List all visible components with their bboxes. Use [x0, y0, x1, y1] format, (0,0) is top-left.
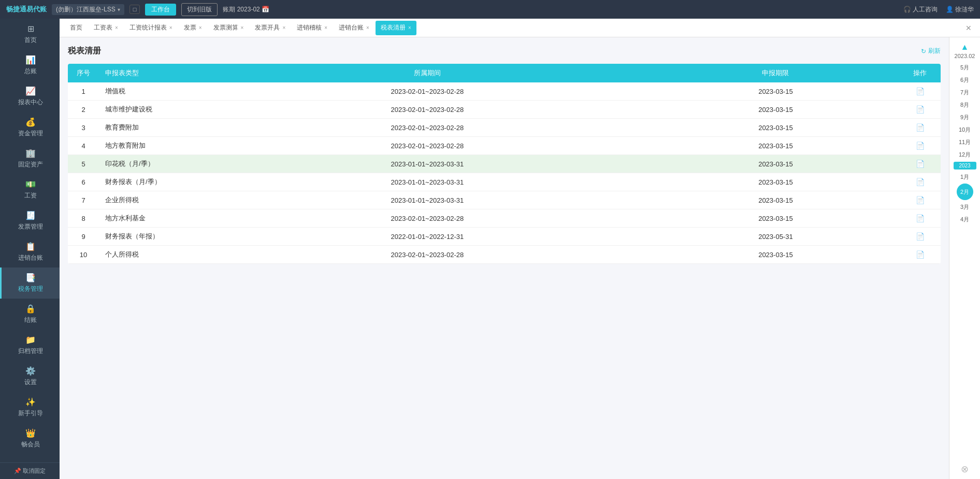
cell-period: 2023-02-01~2023-02-28: [203, 246, 652, 264]
action-icon[interactable]: 📄: [916, 178, 925, 186]
action-icon[interactable]: 📄: [916, 123, 925, 132]
action-icon[interactable]: 📄: [916, 87, 925, 95]
action-icon[interactable]: 📄: [916, 250, 925, 259]
sidebar-item-reconcile[interactable]: 📋 进销台账: [0, 236, 60, 267]
action-icon[interactable]: 📄: [916, 160, 925, 168]
month-10[interactable]: 10月: [954, 124, 976, 135]
cell-period: 2023-02-01~2023-02-28: [203, 82, 652, 101]
action-icon[interactable]: 📄: [916, 214, 925, 222]
home-icon: ⊞: [27, 24, 34, 34]
month-2-active[interactable]: 2月: [957, 184, 973, 200]
cell-deadline: 2023-05-31: [652, 228, 899, 246]
cell-deadline: 2023-03-15: [652, 119, 899, 137]
workspace-button[interactable]: 工作台: [145, 4, 176, 16]
tab-tax-register[interactable]: 税表清册 ×: [376, 21, 416, 35]
tab-bar-close-button[interactable]: ✕: [962, 23, 975, 33]
cell-action[interactable]: 📄: [899, 228, 941, 246]
action-icon[interactable]: 📄: [916, 232, 925, 241]
sidebar-item-close-accounts[interactable]: 🔒 结账: [0, 299, 60, 330]
month-6[interactable]: 6月: [954, 74, 976, 86]
tab-purchase-check[interactable]: 进销稽核 ×: [292, 21, 333, 35]
table-row: 8 地方水利基金 2023-02-01~2023-02-28 2023-03-1…: [68, 209, 941, 228]
tab-invoice[interactable]: 发票 ×: [179, 21, 207, 35]
month-7[interactable]: 7月: [954, 87, 976, 98]
sidebar-item-member[interactable]: 👑 畅会员: [0, 423, 60, 454]
month-9[interactable]: 9月: [954, 111, 976, 123]
sidebar-item-settings[interactable]: ⚙️ 设置: [0, 361, 60, 392]
refresh-button[interactable]: ↻ 刷新: [921, 47, 941, 55]
panel-up-arrow[interactable]: ▲: [961, 43, 969, 52]
panel-collapse-button[interactable]: ⊗: [961, 463, 969, 475]
action-icon[interactable]: 📄: [916, 196, 925, 204]
cell-period: 2023-02-01~2023-02-28: [203, 137, 652, 155]
tab-close-icon[interactable]: ×: [199, 25, 202, 31]
sidebar-item-report[interactable]: 📈 报表中心: [0, 81, 60, 112]
tab-invoice-calc[interactable]: 发票测算 ×: [208, 21, 249, 35]
sidebar-item-label: 结账: [24, 316, 37, 325]
page-title: 税表清册: [68, 46, 101, 57]
tab-close-icon[interactable]: ×: [366, 25, 369, 31]
action-icon[interactable]: 📄: [916, 105, 925, 114]
copy-button[interactable]: □: [129, 5, 140, 14]
page-content: 税表清册 ↻ 刷新 序号 申报表类型 所属期间 申报期限 操作: [60, 37, 949, 479]
sidebar-item-archive[interactable]: 📁 归档管理: [0, 330, 60, 361]
month-3[interactable]: 3月: [954, 201, 976, 213]
month-11[interactable]: 11月: [954, 136, 976, 148]
sidebar-pin-toggle[interactable]: 📌 取消固定: [0, 462, 60, 479]
sidebar-item-guide[interactable]: ✨ 新手引导: [0, 392, 60, 423]
cell-deadline: 2023-03-15: [652, 155, 899, 173]
month-12[interactable]: 12月: [954, 149, 976, 160]
tab-close-icon[interactable]: ×: [115, 25, 118, 31]
sidebar: ⊞ 首页 📊 总账 📈 报表中心 💰 资金管理 🏢 固定资产 💵 工资 🧾 发票…: [0, 19, 60, 479]
cell-action[interactable]: 📄: [899, 246, 941, 264]
cell-action[interactable]: 📄: [899, 119, 941, 137]
cell-action[interactable]: 📄: [899, 155, 941, 173]
tab-close-icon[interactable]: ×: [408, 25, 411, 31]
month-1[interactable]: 1月: [954, 171, 976, 182]
report-icon: 📈: [25, 86, 36, 96]
company-selector[interactable]: (勿删）江西服垒-LSS ▾: [52, 4, 124, 15]
month-5[interactable]: 5月: [954, 62, 976, 73]
cell-seq: 8: [68, 209, 99, 228]
cell-action[interactable]: 📄: [899, 209, 941, 228]
tab-payroll-table[interactable]: 工资表 ×: [89, 21, 123, 35]
tab-invoice-open[interactable]: 发票开具 ×: [250, 21, 291, 35]
cell-action[interactable]: 📄: [899, 191, 941, 209]
sidebar-item-ledger[interactable]: 📊 总账: [0, 50, 60, 81]
tab-close-icon[interactable]: ×: [282, 25, 285, 31]
sidebar-item-assets[interactable]: 🏢 固定资产: [0, 143, 60, 174]
sidebar-item-payroll[interactable]: 💵 工资: [0, 174, 60, 205]
month-8[interactable]: 8月: [954, 99, 976, 110]
sidebar-item-label: 进销台账: [18, 253, 43, 262]
sidebar-item-tax[interactable]: 📑 税务管理: [0, 267, 60, 299]
action-icon[interactable]: 📄: [916, 142, 925, 150]
tax-icon: 📑: [25, 273, 36, 283]
tab-payroll-report[interactable]: 工资统计报表 ×: [124, 21, 178, 35]
guide-icon: ✨: [25, 397, 36, 407]
cell-action[interactable]: 📄: [899, 173, 941, 191]
ai-consult-btn[interactable]: 🎧 人工咨询: [903, 5, 938, 14]
sidebar-item-home[interactable]: ⊞ 首页: [0, 19, 60, 50]
tab-home[interactable]: 首页: [65, 23, 88, 32]
ledger-icon: 📊: [25, 55, 36, 65]
tab-close-icon[interactable]: ×: [169, 25, 172, 31]
cell-action[interactable]: 📄: [899, 82, 941, 101]
switch-old-button[interactable]: 切到旧版: [181, 3, 218, 16]
user-profile-btn[interactable]: 👤 徐涟华: [946, 5, 974, 14]
tab-purchase-ledger[interactable]: 进销台账 ×: [334, 21, 374, 35]
cell-deadline: 2023-03-15: [652, 191, 899, 209]
cell-seq: 5: [68, 155, 99, 173]
cell-action[interactable]: 📄: [899, 101, 941, 119]
tab-close-icon[interactable]: ×: [241, 25, 244, 31]
tab-close-icon[interactable]: ×: [324, 25, 327, 31]
settings-icon: ⚙️: [25, 366, 36, 376]
cell-period: 2023-02-01~2023-02-28: [203, 101, 652, 119]
cell-type: 财务报表（年报）: [99, 228, 203, 246]
funds-icon: 💰: [25, 117, 36, 127]
cell-seq: 10: [68, 246, 99, 264]
cell-action[interactable]: 📄: [899, 137, 941, 155]
sidebar-item-invoice-mgmt[interactable]: 🧾 发票管理: [0, 205, 60, 236]
table-row: 5 印花税（月/季） 2023-01-01~2023-03-31 2023-03…: [68, 155, 941, 173]
sidebar-item-funds[interactable]: 💰 资金管理: [0, 112, 60, 143]
month-4[interactable]: 4月: [954, 214, 976, 225]
